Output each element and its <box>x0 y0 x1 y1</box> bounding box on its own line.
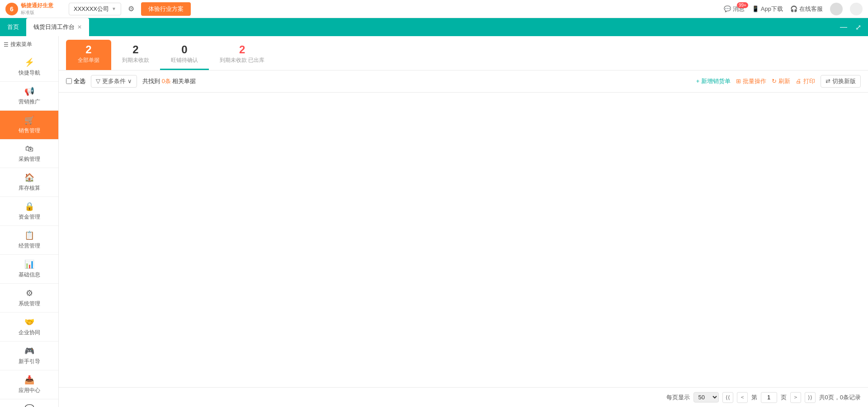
stat-tab-all[interactable]: 2 全部单据 <box>66 40 111 70</box>
first-page-button[interactable]: ⟨⟨ <box>722 392 733 403</box>
company-name: XXXXXX公司 <box>74 5 109 13</box>
checkbox-input[interactable] <box>66 78 72 84</box>
page-suffix: 页 <box>781 393 787 402</box>
stats-row: 2 全部单据 2 到期未收款 0 旺铺待确认 2 到期未收款 已出库 <box>59 36 868 70</box>
stat-tab-shipped[interactable]: 2 到期未收款 已出库 <box>209 40 275 70</box>
sidebar-item-apps[interactable]: 📥 应用中心 <box>0 370 58 399</box>
header-right: 💬 消息 99+ 📱 App下载 🎧 在线客服 <box>724 3 863 15</box>
logo-area: 6 畅捷通好生意 标准版 <box>5 2 64 15</box>
capital-icon: 🔒 <box>24 201 34 211</box>
refresh-icon: ↻ <box>772 78 777 84</box>
add-sale-order-button[interactable]: + 新增销货单 <box>696 77 731 85</box>
stat-tab-pending[interactable]: 0 旺铺待确认 <box>160 40 209 70</box>
avatar[interactable] <box>830 3 843 15</box>
content-area <box>59 93 868 387</box>
quick-nav-icon: ⚡ <box>24 57 34 67</box>
main-layout: ☰ 搜索菜单 ⚡ 快捷导航 📢 营销推广 🛒 销售管理 🛍 采购管理 🏠 库存核… <box>0 36 868 407</box>
wechat-icon: 💬 <box>24 404 34 407</box>
settings-icon[interactable]: ⚙ <box>125 3 137 15</box>
operations-icon: 📋 <box>24 230 34 240</box>
system-icon: ⚙ <box>26 288 33 298</box>
apps-icon: 📥 <box>24 375 34 385</box>
online-service-button[interactable]: 🎧 在线客服 <box>790 5 823 13</box>
print-button[interactable]: 🖨 打印 <box>796 77 815 85</box>
more-filter-button[interactable]: ▽ 更多条件 ∨ <box>91 75 137 88</box>
tab-home[interactable]: 首页 <box>0 18 26 36</box>
sidebar-item-quick-nav[interactable]: ⚡ 快捷导航 <box>0 53 58 82</box>
sidebar-search[interactable]: ☰ 搜索菜单 <box>0 36 58 53</box>
download-icon: 📱 <box>752 5 759 12</box>
switch-version-button[interactable]: ⇄ 切换新版 <box>821 75 861 88</box>
avatar-extra[interactable] <box>850 3 863 15</box>
chevron-down-icon: ∨ <box>127 78 132 84</box>
top-header: 6 畅捷通好生意 标准版 XXXXXX公司 ▼ ⚙ 体验行业方案 💬 消息 99… <box>0 0 868 18</box>
bell-icon: 💬 <box>724 5 731 12</box>
try-industry-button[interactable]: 体验行业方案 <box>141 2 191 16</box>
per-page-select[interactable]: 50 100 200 <box>693 392 719 402</box>
stat-label-overdue: 到期未收款 <box>122 56 149 64</box>
sidebar-item-marketing[interactable]: 📢 营销推广 <box>0 82 58 111</box>
logo-icon: 6 <box>5 3 18 15</box>
sidebar-item-newbie[interactable]: 🎮 新手引导 <box>0 342 58 370</box>
tab-maximize-icon[interactable]: ⤢ <box>852 21 864 33</box>
select-all-checkbox[interactable]: 全选 <box>66 77 85 85</box>
main-content: 2 全部单据 2 到期未收款 0 旺铺待确认 2 到期未收款 已出库 全选 <box>59 36 868 407</box>
newbie-icon: 🎮 <box>24 346 34 356</box>
filter-icon: ▽ <box>96 78 100 84</box>
page-number-input[interactable] <box>761 392 777 403</box>
sidebar-item-system[interactable]: ⚙ 系统管理 <box>0 284 58 313</box>
stat-num-shipped: 2 <box>239 43 245 56</box>
last-page-button[interactable]: ⟩⟩ <box>805 392 816 403</box>
search-icon: ☰ <box>4 42 9 48</box>
sidebar-item-capital[interactable]: 🔒 资金管理 <box>0 197 58 226</box>
next-page-button[interactable]: ＞ <box>790 392 801 403</box>
per-page-label: 每页显示 <box>666 393 690 402</box>
batch-operation-button[interactable]: ⊞ 批量操作 <box>736 77 766 85</box>
sidebar-item-basic[interactable]: 📊 基础信息 <box>0 255 58 284</box>
messages-button[interactable]: 💬 消息 99+ <box>724 5 745 13</box>
stock-icon: 🏠 <box>24 173 34 182</box>
total-info: 共0页，0条记录 <box>819 393 861 402</box>
company-selector[interactable]: XXXXXX公司 ▼ <box>69 3 121 15</box>
toolbar-right: + 新增销货单 ⊞ 批量操作 ↻ 刷新 🖨 打印 ⇄ 切换新版 <box>696 75 861 88</box>
enterprise-icon: 🤝 <box>24 317 34 327</box>
sidebar-item-enterprise[interactable]: 🤝 企业协同 <box>0 313 58 342</box>
sidebar-item-operations[interactable]: 📋 经营管理 <box>0 226 58 255</box>
batch-icon: ⊞ <box>736 78 741 84</box>
tab-bar-actions: — ⤢ <box>837 21 868 33</box>
print-icon: 🖨 <box>796 78 802 84</box>
purchase-icon: 🛍 <box>25 144 33 154</box>
sidebar: ☰ 搜索菜单 ⚡ 快捷导航 📢 营销推广 🛒 销售管理 🛍 采购管理 🏠 库存核… <box>0 36 59 407</box>
found-text: 共找到 0条 相关单据 <box>142 77 196 85</box>
prev-page-button[interactable]: ＜ <box>737 392 748 403</box>
pagination-bar: 每页显示 50 100 200 ⟨⟨ ＜ 第 页 ＞ ⟩⟩ 共0页，0条记录 <box>59 387 868 407</box>
tab-bar: 首页 钱货日清工作台 ✕ — ⤢ <box>0 18 868 36</box>
marketing-icon: 📢 <box>24 86 34 96</box>
messages-badge: 99+ <box>737 2 748 8</box>
tab-workbench[interactable]: 钱货日清工作台 ✕ <box>26 18 89 36</box>
app-download-button[interactable]: 📱 App下载 <box>752 5 783 13</box>
sidebar-item-purchase[interactable]: 🛍 采购管理 <box>0 140 58 168</box>
page-label: 第 <box>751 393 757 402</box>
tab-minimize-icon[interactable]: — <box>837 21 850 33</box>
toolbar: 全选 ▽ 更多条件 ∨ 共找到 0条 相关单据 + 新增销货单 ⊞ <box>59 70 868 93</box>
sidebar-item-sales[interactable]: 🛒 销售管理 <box>0 111 58 140</box>
stat-num-pending: 0 <box>181 43 187 56</box>
stat-label-all: 全部单据 <box>78 56 99 64</box>
chevron-down-icon: ▼ <box>112 6 116 11</box>
toolbar-left: 全选 ▽ 更多条件 ∨ 共找到 0条 相关单据 <box>66 75 196 88</box>
tab-close-icon[interactable]: ✕ <box>77 24 82 30</box>
logo-text: 畅捷通好生意 标准版 <box>21 2 53 15</box>
basic-icon: 📊 <box>24 259 34 269</box>
stat-tab-overdue[interactable]: 2 到期未收款 <box>111 40 160 70</box>
stat-label-shipped: 到期未收款 已出库 <box>220 56 264 64</box>
stat-num-all: 2 <box>85 43 91 56</box>
sidebar-item-wechat[interactable]: 💬 企业微信 <box>0 399 58 407</box>
stat-num-overdue: 2 <box>132 43 138 56</box>
switch-icon: ⇄ <box>826 78 830 84</box>
sales-icon: 🛒 <box>24 115 34 125</box>
stat-label-pending: 旺铺待确认 <box>171 56 198 64</box>
service-icon: 🎧 <box>790 5 797 12</box>
refresh-button[interactable]: ↻ 刷新 <box>772 77 790 85</box>
sidebar-item-stock[interactable]: 🏠 库存核算 <box>0 168 58 197</box>
